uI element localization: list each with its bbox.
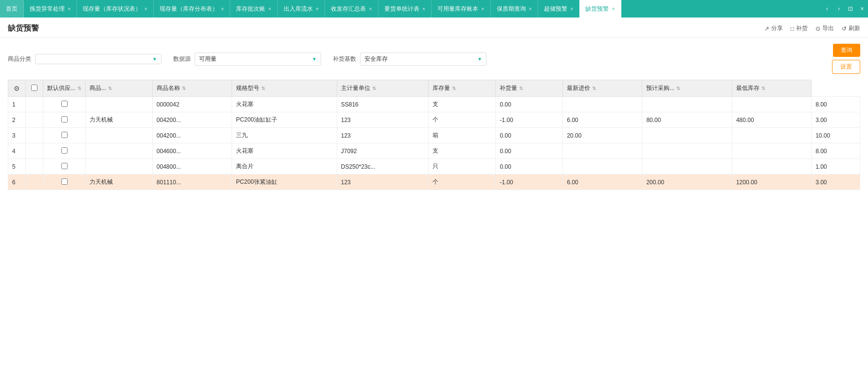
col-stock[interactable]: 库存量 ⇅ [429,80,496,97]
cell-name-2: 三九 [232,128,337,143]
tab-close-inventory-status[interactable]: × [144,6,147,12]
tab-expiry-query[interactable]: 保质期查询 × [491,0,538,18]
tab-collect-summary[interactable]: 收发存汇总表 × [325,0,378,18]
share-action[interactable]: ↗ 分享 [764,24,783,33]
cell-unit-4: 只 [429,159,496,175]
tab-shortage[interactable]: 缺货预警 × [579,0,621,18]
tab-bar: 首页 拣货异常处理 × 现存量（库存状况表） × 现存量（库存分布表） × 库存… [0,0,868,18]
row-checkbox-3[interactable] [43,143,86,159]
col-product-name[interactable]: 商品名称 ⇅ [152,80,232,97]
tab-close-inventory-dist[interactable]: × [221,6,224,12]
tab-inout-flow[interactable]: 出入库流水 × [278,0,325,18]
cell-stock-1: -1.00 [496,112,563,128]
category-select[interactable]: ▼ [35,54,162,64]
tab-close-batch-account[interactable]: × [268,6,271,12]
cell-min-stock-0: 8.00 [812,97,860,112]
tab-close-demand-stats[interactable]: × [422,6,425,12]
row-checkbox-4[interactable] [43,159,86,175]
filter-datasource: 数据源 可用量 ▼ [173,53,321,66]
sort-icon-stock: ⇅ [452,86,456,91]
filter-category: 商品分类 ▼ [8,54,162,64]
tab-close-expiry-query[interactable]: × [529,6,532,12]
col-product-code[interactable]: 商品... ⇅ [86,80,153,97]
cell-spec-1: 123 [337,112,429,128]
tab-batch-account[interactable]: 库存批次账 × [230,0,277,18]
cell-name-1: PC200油缸缸子 [232,112,337,128]
row-gear-0 [26,97,43,112]
tab-overstock[interactable]: 超储预警 × [538,0,579,18]
col-unit[interactable]: 主计量单位 ⇅ [337,80,429,97]
gear-icon[interactable]: ⚙ [14,85,20,92]
tab-close-exception[interactable]: × [68,6,71,12]
cell-unit-5: 个 [429,175,496,190]
tab-close-collect-summary[interactable]: × [369,6,372,12]
row-checkbox-input-0[interactable] [61,101,68,107]
row-checkbox-input-4[interactable] [61,163,68,169]
col-spec[interactable]: 规格型号 ⇅ [232,80,337,97]
replenish-basis-select[interactable]: 安全库存 ▼ [360,53,487,66]
row-checkbox-1[interactable] [43,112,86,128]
refresh-action[interactable]: ↺ 刷新 [842,24,860,33]
tab-inventory-dist[interactable]: 现存量（库存分布表） × [154,0,230,18]
table-row: 1 0000042 火花塞 SS816 支 0.00 8.00 [8,97,860,112]
cell-unit-0: 支 [429,97,496,112]
sort-icon-replenish-qty: ⇅ [519,86,523,91]
refresh-icon: ↺ [842,25,847,32]
row-checkbox-input-1[interactable] [61,116,68,123]
replenish-basis-chevron-down-icon: ▼ [477,56,482,62]
tab-close-available-ledger[interactable]: × [481,6,484,12]
tab-close-shortage[interactable]: × [612,6,615,12]
col-checkbox-header[interactable] [26,80,43,97]
cell-unit-1: 个 [429,112,496,128]
cell-latest-price-0 [642,97,732,112]
table-header-row: ⚙ 默认供应... ⇅ 商品... ⇅ [8,80,860,97]
cell-supplier-4 [86,159,153,175]
tab-available-ledger[interactable]: 可用量库存账本 × [432,0,490,18]
cell-latest-price-3 [642,143,732,159]
tab-home[interactable]: 首页 [0,0,24,18]
row-checkbox-input-2[interactable] [61,132,68,138]
export-action[interactable]: ⊙ 导出 [815,24,834,33]
tab-restore-btn[interactable]: ⊡ [845,0,856,18]
row-checkbox-input-3[interactable] [61,147,68,154]
replenish-action[interactable]: □ 补货 [791,24,808,33]
settings-button[interactable]: 设置 [832,60,860,74]
query-button[interactable]: 查询 [833,44,860,57]
cell-replenish-qty-1: 6.00 [563,112,642,128]
row-checkbox-input-5[interactable] [61,178,68,185]
col-default-supplier[interactable]: 默认供应... ⇅ [43,80,86,97]
row-checkbox-5[interactable] [43,175,86,190]
page-title: 缺货预警 [8,23,39,34]
tab-close-all-btn[interactable]: × [856,0,868,18]
tab-close-inout-flow[interactable]: × [316,6,319,12]
replenish-basis-select-value: 安全库存 [364,55,388,63]
tab-next-btn[interactable]: › [833,0,845,18]
col-estimated-purchase[interactable]: 预计采购... ⇅ [642,80,732,97]
col-latest-price[interactable]: 最新进价 ⇅ [563,80,642,97]
cell-min-stock-5: 3.00 [812,175,860,190]
cell-spec-4: DS250*23c... [337,159,429,175]
cell-replenish-qty-3 [563,143,642,159]
col-gear[interactable]: ⚙ [8,80,26,97]
tab-close-overstock[interactable]: × [570,6,573,12]
col-min-stock[interactable]: 最低库存 ⇅ [732,80,811,97]
export-icon: ⊙ [815,25,820,32]
cell-stock-4: 0.00 [496,159,563,175]
datasource-select[interactable]: 可用量 ▼ [195,53,321,66]
tab-prev-btn[interactable]: ‹ [821,0,833,18]
cell-spec-0: SS816 [337,97,429,112]
tab-demand-stats[interactable]: 要货单统计表 × [379,0,432,18]
row-checkbox-0[interactable] [43,97,86,112]
cell-min-stock-2: 10.00 [812,128,860,143]
cell-estimated-purchase-2 [732,128,811,143]
tab-exception[interactable]: 拣货异常处理 × [24,0,77,18]
sort-icon-code: ⇅ [108,86,112,91]
cell-name-3: 火花塞 [232,143,337,159]
select-all-checkbox[interactable] [31,85,37,91]
row-checkbox-2[interactable] [43,128,86,143]
cell-spec-5: 123 [337,175,429,190]
tab-inventory-status[interactable]: 现存量（库存状况表） × [77,0,153,18]
cell-replenish-qty-2: 20.00 [563,128,642,143]
cell-spec-3: J7092 [337,143,429,159]
col-replenish-qty[interactable]: 补货量 ⇅ [496,80,563,97]
